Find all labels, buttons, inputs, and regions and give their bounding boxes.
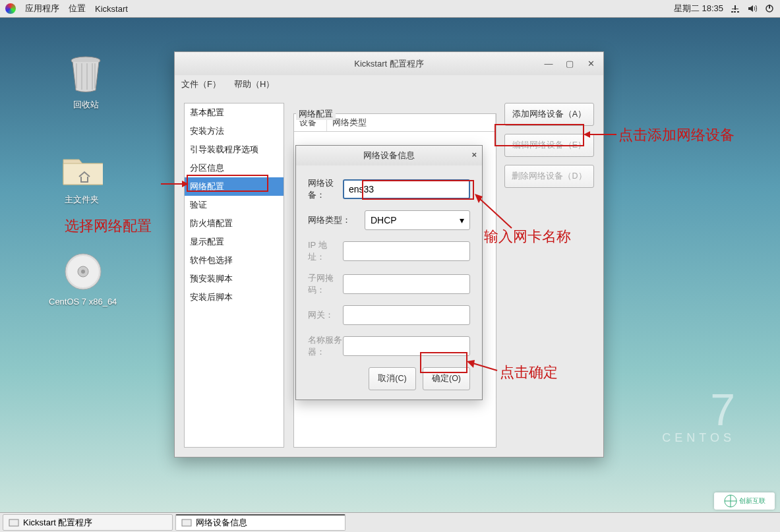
top-panel: 应用程序 位置 Kickstart 星期二 18:35 <box>0 0 780 18</box>
label-dns: 名称服务器： <box>308 334 343 358</box>
desktop-disc[interactable]: CentOS 7 x86_64 <box>49 251 117 307</box>
type-combo[interactable]: DHCP ▾ <box>365 210 470 230</box>
menubar: 文件（F） 帮助（H） <box>175 75 603 94</box>
edit-device-button[interactable]: 编辑网络设备（E） <box>504 134 594 157</box>
type-value: DHCP <box>371 215 397 225</box>
window-title: Kickstart 配置程序 <box>354 58 423 70</box>
sidebar-item-install[interactable]: 安装方法 <box>185 122 284 140</box>
col-type[interactable]: 网络类型 <box>327 114 496 131</box>
svg-marker-10 <box>182 181 189 187</box>
home-label: 主文件夹 <box>65 194 99 206</box>
category-sidebar: 基本配置 安装方法 引导装载程序选项 分区信息 网络配置 验证 防火墙配置 显示… <box>184 103 284 448</box>
close-button[interactable]: ✕ <box>581 55 601 72</box>
label-type: 网络类型： <box>308 214 365 226</box>
anno-text-sidebar: 选择网络配置 <box>65 216 152 236</box>
desktop-trash[interactable]: 回收站 <box>65 53 107 111</box>
add-device-button[interactable]: 添加网络设备（A） <box>504 103 594 126</box>
dialog-titlebar[interactable]: 网络设备信息 × <box>296 146 482 165</box>
svg-rect-16 <box>182 519 191 526</box>
folder-home-icon <box>61 148 103 190</box>
svg-marker-14 <box>467 360 475 368</box>
window-titlebar[interactable]: Kickstart 配置程序 — ▢ ✕ <box>175 52 603 75</box>
chevron-down-icon: ▾ <box>460 215 464 225</box>
task-icon <box>181 517 192 528</box>
disc-label: CentOS 7 x86_64 <box>49 297 117 307</box>
svg-rect-1 <box>769 5 770 9</box>
svg-line-13 <box>471 363 497 370</box>
sidebar-item-prescript[interactable]: 预安装脚本 <box>185 270 284 288</box>
svg-rect-15 <box>9 519 18 526</box>
centos-brand: 7 CENTOS <box>662 384 735 445</box>
task-icon <box>9 517 19 528</box>
sidebar-item-firewall[interactable]: 防火墙配置 <box>185 214 284 233</box>
delete-device-button[interactable]: 删除网络设备（D） <box>504 165 594 188</box>
anno-text-input: 输入网卡名称 <box>484 227 571 247</box>
label-mask: 子网掩码： <box>308 272 343 296</box>
os-logo-icon <box>5 3 16 14</box>
network-device-dialog: 网络设备信息 × 网络设备： 网络类型： DHCP ▾ IP 地址： 子网掩码：… <box>295 145 483 400</box>
menu-help[interactable]: 帮助（H） <box>234 78 274 90</box>
sidebar-item-display[interactable]: 显示配置 <box>185 233 284 251</box>
trash-icon <box>65 53 107 95</box>
volume-icon[interactable] <box>747 3 758 14</box>
sidebar-item-auth[interactable]: 验证 <box>185 196 284 214</box>
dialog-title: 网络设备信息 <box>363 150 415 162</box>
minimize-button[interactable]: — <box>539 55 558 72</box>
label-ip: IP 地址： <box>308 239 343 263</box>
task-kickstart[interactable]: Kickstart 配置程序 <box>3 514 173 531</box>
arrow-sidebar <box>161 179 189 189</box>
ok-button[interactable]: 确定(O) <box>423 367 470 390</box>
desktop-home[interactable]: 主文件夹 <box>61 148 103 206</box>
disc-icon <box>62 251 104 293</box>
mask-input <box>343 274 470 294</box>
menu-places[interactable]: 位置 <box>69 3 86 15</box>
sidebar-item-packages[interactable]: 软件包选择 <box>185 251 284 270</box>
menu-applications[interactable]: 应用程序 <box>25 3 59 15</box>
device-input[interactable] <box>343 179 470 199</box>
power-icon[interactable] <box>764 3 775 14</box>
arrow-ok <box>467 359 500 374</box>
network-icon[interactable] <box>730 3 740 14</box>
sidebar-item-basic[interactable]: 基本配置 <box>185 103 284 122</box>
svg-point-6 <box>81 270 85 274</box>
label-device: 网络设备： <box>308 177 343 201</box>
section-title: 网络配置 <box>296 108 336 120</box>
dialog-close-icon[interactable]: × <box>471 150 477 160</box>
gw-input <box>343 305 470 325</box>
label-gw: 网关： <box>308 309 343 321</box>
arrow-add <box>584 129 618 140</box>
svg-marker-8 <box>584 131 590 138</box>
sidebar-item-network[interactable]: 网络配置 <box>185 177 284 196</box>
svg-line-11 <box>479 198 512 228</box>
ip-input <box>343 241 470 261</box>
task-dialog[interactable]: 网络设备信息 <box>175 514 345 531</box>
trash-label: 回收站 <box>73 99 99 111</box>
watermark-logo: 创新互联 <box>714 492 775 510</box>
svg-marker-12 <box>475 194 483 203</box>
sidebar-item-partition[interactable]: 分区信息 <box>185 159 284 177</box>
menu-file[interactable]: 文件（F） <box>181 78 221 90</box>
cancel-button[interactable]: 取消(C) <box>369 367 416 390</box>
taskbar: Kickstart 配置程序 网络设备信息 <box>0 512 780 532</box>
menu-app-kickstart[interactable]: Kickstart <box>95 4 128 14</box>
anno-text-ok: 点击确定 <box>500 363 558 382</box>
maximize-button[interactable]: ▢ <box>560 55 580 72</box>
dns-input <box>343 336 470 356</box>
sidebar-item-postscript[interactable]: 安装后脚本 <box>185 288 284 307</box>
clock[interactable]: 星期二 18:35 <box>674 3 723 15</box>
sidebar-item-bootloader[interactable]: 引导装载程序选项 <box>185 140 284 159</box>
anno-text-add: 点击添加网络设备 <box>618 125 735 145</box>
